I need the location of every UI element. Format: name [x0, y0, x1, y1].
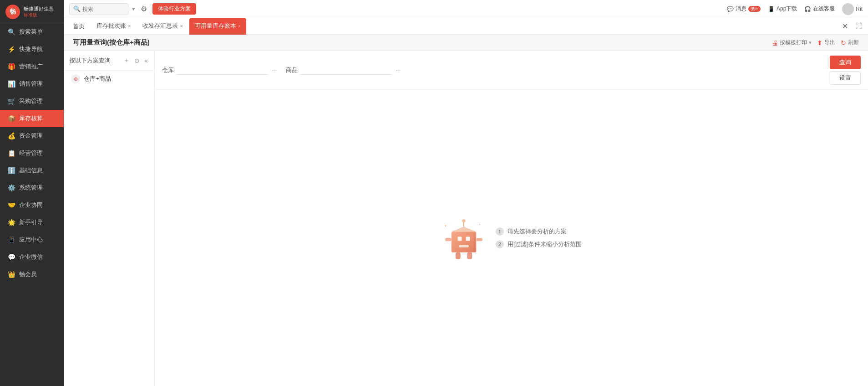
sidebar-item-operations[interactable]: 📋 经营管理 [0, 144, 64, 162]
tab-summary[interactable]: 收发存汇总表 × [137, 18, 188, 35]
sidebar-item-label: 资金管理 [19, 132, 43, 140]
sidebar-item-sales[interactable]: 📊 销售管理 [0, 75, 64, 93]
sidebar-item-purchase[interactable]: 🛒 采购管理 [0, 93, 64, 110]
print-chevron-icon[interactable]: ▾ [809, 40, 812, 46]
goods-more-button[interactable]: ··· [394, 66, 402, 74]
sidebar-item-basic[interactable]: ℹ️ 基础信息 [0, 162, 64, 179]
sidebar: 畅 畅康通好生意 标准版 🔍 搜索菜单 ⚡ 快捷导航 🎁 营销推广 📊 销售管理… [0, 0, 64, 386]
tab-batch-close[interactable]: × [128, 23, 131, 29]
sales-icon: 📊 [7, 80, 15, 87]
tab-summary-close[interactable]: × [180, 23, 183, 29]
svg-rect-0 [452, 232, 477, 252]
content-area: 按以下方案查询 ＋ ⊙ « ⊕ 仓库+商品 仓库 ··· [64, 51, 868, 386]
svg-rect-3 [466, 237, 470, 241]
basic-icon: ℹ️ [7, 167, 15, 174]
tab-summary-label: 收发存汇总表 [142, 22, 178, 30]
export-button[interactable]: ⬆ 导出 [817, 39, 835, 46]
goods-filter-input[interactable] [300, 66, 391, 75]
query-button[interactable]: 查询 [830, 56, 861, 69]
refresh-button[interactable]: ↻ 刷新 [841, 39, 859, 46]
sidebar-item-label: 销售管理 [19, 80, 43, 88]
tab-home[interactable]: 首页 [67, 18, 90, 35]
warehouse-filter-label: 仓库 [162, 66, 174, 74]
apps-icon: 📱 [7, 236, 15, 243]
app-download-button[interactable]: 📱 App下载 [768, 5, 797, 13]
left-panel-header: 按以下方案查询 ＋ ⊙ « [64, 51, 154, 71]
message-button[interactable]: 💬 消息 99+ [727, 5, 761, 13]
system-icon: ⚙️ [7, 184, 15, 191]
tab-close-icon[interactable]: ✕ [840, 20, 850, 32]
sidebar-item-label: 基础信息 [19, 166, 43, 175]
sidebar-item-label: 营销推广 [19, 62, 43, 71]
sidebar-item-marketing[interactable]: 🎁 营销推广 [0, 58, 64, 75]
tab-available-close[interactable]: × [238, 23, 241, 29]
app-name: 畅康通好生意 [24, 5, 54, 12]
tab-available[interactable]: 可用量库存账本 × [189, 18, 246, 35]
topbar-right: 💬 消息 99+ 📱 App下载 🎧 在线客服 Rit [727, 3, 863, 15]
user-avatar-area[interactable]: Rit [842, 3, 863, 15]
print-label: 按模板打印 [780, 39, 807, 46]
topbar-search-input[interactable] [82, 6, 124, 12]
svg-rect-2 [457, 237, 462, 241]
svg-text:✦: ✦ [444, 224, 447, 228]
sidebar-item-label: 采购管理 [19, 97, 43, 105]
marketing-icon: 🎁 [7, 63, 15, 70]
sidebar-item-member[interactable]: 👑 畅会员 [0, 266, 64, 283]
tip-num-1: 1 [496, 227, 504, 236]
svg-text:✦: ✦ [478, 222, 481, 226]
sidebar-item-search[interactable]: 🔍 搜索菜单 [0, 23, 64, 41]
export-icon: ⬆ [817, 39, 822, 46]
tab-batch[interactable]: 库存批次账 × [91, 18, 136, 35]
app-download-label: App下载 [777, 5, 797, 13]
collapse-panel-button[interactable]: « [143, 56, 149, 65]
topbar: 🔍 ▾ ⚙ 体验行业方案 💬 消息 99+ 📱 App下载 🎧 在线客服 Rit [64, 0, 868, 18]
tab-expand-icon[interactable]: ⛶ [853, 21, 864, 32]
settings-button[interactable]: 设置 [830, 71, 861, 85]
sidebar-item-coop[interactable]: 🤝 企业协同 [0, 196, 64, 214]
message-badge: 99+ [748, 6, 761, 12]
export-label: 导出 [824, 39, 835, 46]
sidebar-item-wechat[interactable]: 💬 企业微信 [0, 248, 64, 266]
sidebar-item-inventory[interactable]: 📦 库存核算 [0, 110, 64, 127]
topbar-search-box[interactable]: 🔍 [69, 3, 128, 15]
add-scheme-button[interactable]: ＋ [122, 56, 131, 66]
settings-scheme-button[interactable]: ⊙ [133, 56, 141, 65]
warehouse-filter-input[interactable] [177, 66, 268, 75]
sidebar-item-system[interactable]: ⚙️ 系统管理 [0, 179, 64, 196]
page-header: 可用量查询(按仓库+商品) 🖨 按模板打印 ▾ ⬆ 导出 ↻ 刷新 [64, 35, 868, 51]
sidebar-item-label: 新手引导 [19, 218, 43, 226]
goods-filter-group: 商品 ··· [286, 66, 402, 75]
left-panel-actions: ＋ ⊙ « [122, 56, 149, 66]
avatar [842, 3, 854, 15]
sidebar-item-quick[interactable]: ⚡ 快捷导航 [0, 41, 64, 58]
headset-icon: 🎧 [804, 6, 811, 12]
online-service-button[interactable]: 🎧 在线客服 [804, 5, 835, 13]
filter-actions: 查询 设置 [830, 56, 861, 85]
print-button[interactable]: 🖨 按模板打印 ▾ [772, 39, 812, 46]
username-label: Rit [856, 6, 863, 12]
coop-icon: 🤝 [7, 201, 15, 209]
left-panel-title: 按以下方案查询 [69, 57, 111, 65]
svg-rect-8 [467, 252, 472, 259]
empty-illustration: ✦ ✦ ✦ [441, 215, 487, 261]
scheme-item-warehouse-goods[interactable]: ⊕ 仓库+商品 [64, 71, 154, 87]
guide-icon: 🌟 [7, 219, 15, 226]
warehouse-more-button[interactable]: ··· [270, 66, 279, 74]
sidebar-item-finance[interactable]: 💰 资金管理 [0, 127, 64, 144]
message-icon: 💬 [727, 6, 734, 12]
operations-icon: 📋 [7, 149, 15, 157]
settings-icon[interactable]: ⚙ [139, 5, 149, 13]
page-title: 可用量查询(按仓库+商品) [73, 38, 150, 47]
topbar-chevron-icon[interactable]: ▾ [132, 5, 135, 12]
tab-available-label: 可用量库存账本 [195, 22, 236, 30]
sidebar-item-guide[interactable]: 🌟 新手引导 [0, 214, 64, 231]
inventory-icon: 📦 [7, 115, 15, 122]
industry-solution-button[interactable]: 体验行业方案 [152, 3, 196, 15]
tabs-right-actions: ✕ ⛶ [840, 20, 864, 32]
sidebar-item-apps[interactable]: 📱 应用中心 [0, 231, 64, 248]
tip-text-2: 用[过滤]条件来缩小分析范围 [508, 240, 582, 248]
empty-tip-1: 1 请先选择要分析的方案 [496, 227, 582, 236]
empty-tips: 1 请先选择要分析的方案 2 用[过滤]条件来缩小分析范围 [496, 227, 582, 248]
tip-num-2: 2 [496, 240, 504, 248]
svg-rect-4 [459, 245, 469, 247]
